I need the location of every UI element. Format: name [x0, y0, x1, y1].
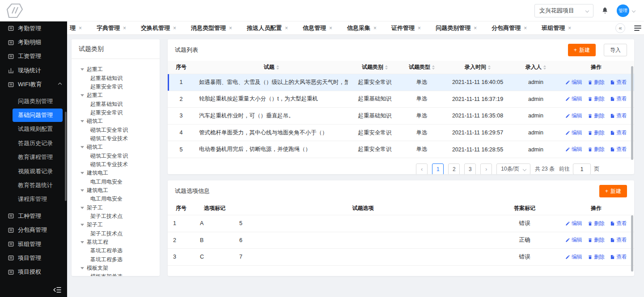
sidebar-item-project-mgmt[interactable]: 项目管理 [0, 251, 67, 265]
delete-link[interactable]: 删除 [588, 253, 605, 261]
table-scrollbar[interactable] [631, 66, 633, 160]
question-row[interactable]: 4 管式桅杆单面受力，其中心线与地面夹角不小于（） 起重安全常识 单选 2021… [168, 125, 634, 142]
page-button-3[interactable]: 3 [464, 163, 476, 174]
tab-close-icon[interactable]: × [524, 25, 527, 31]
sort-icon[interactable] [488, 65, 491, 70]
project-select[interactable]: 文兴花园项目 [534, 4, 593, 17]
sidebar-item-subcontractor-mgmt[interactable]: 分包商管理 [0, 223, 67, 237]
next-page-button[interactable]: › [480, 163, 492, 174]
view-link[interactable]: 查看 [610, 95, 627, 103]
tree-node[interactable]: 起重工 [72, 65, 160, 74]
sidebar-item-video-watch-record[interactable]: 视频观看记录 [0, 164, 67, 178]
sidebar-item-project-auth[interactable]: 项目授权 [0, 265, 67, 279]
tree-node[interactable]: 架子工 [72, 221, 160, 229]
sidebar-item-site-stats[interactable]: 现场统计 [0, 63, 67, 77]
delete-link[interactable]: 删除 [588, 220, 605, 227]
sidebar-item-salary-mgmt[interactable]: 工资管理 [0, 50, 67, 63]
option-row[interactable]: 2 B 6 正确 编辑 删除 查看 [168, 232, 634, 249]
question-row[interactable]: 5 电动卷扬机用完后，切断电源，并使跑绳（） 起重安全常识 单选 2021-11… [168, 141, 634, 158]
tab-close-icon[interactable]: × [568, 25, 571, 31]
view-link[interactable]: 查看 [610, 146, 627, 153]
tree-node[interactable]: 砌筑工专业技术 [72, 134, 160, 143]
tab-close-icon[interactable]: × [229, 25, 232, 31]
notification-bell-icon[interactable] [602, 7, 609, 14]
table-scrollbar[interactable] [631, 215, 633, 272]
tree-node[interactable]: 砌筑工 [72, 143, 160, 151]
tree-node[interactable]: 电工用电安全 [72, 195, 160, 203]
tree-node[interactable]: 起重安全常识 [72, 83, 160, 91]
sidebar-item-education-answer-stats[interactable]: 教育答题统计 [0, 178, 67, 192]
tab-menu-icon[interactable] [634, 25, 641, 31]
tree-node[interactable]: 砌筑工安全常识 [72, 151, 160, 160]
delete-link[interactable]: 删除 [588, 236, 605, 244]
new-question-button[interactable]: +新建 [568, 44, 596, 56]
tab[interactable]: 班组管理× [542, 24, 571, 32]
tree-node[interactable]: 基坑工程 [72, 238, 160, 247]
delete-link[interactable]: 删除 [588, 79, 605, 86]
tree-node[interactable]: 砌筑工安全常识 [72, 125, 160, 134]
tree-node[interactable]: 电工用电安全 [72, 177, 160, 186]
tab-close-icon[interactable]: × [123, 25, 126, 31]
edit-link[interactable]: 编辑 [565, 112, 582, 120]
view-link[interactable]: 查看 [610, 79, 627, 86]
page-size-select[interactable]: 10条/页 [496, 163, 530, 174]
sidebar-item-question-rule-config[interactable]: 试题规则配置 [0, 122, 67, 136]
sort-icon[interactable] [385, 65, 388, 70]
tab[interactable]: 问题类别管理× [436, 24, 477, 32]
collapse-sidebar-button[interactable] [53, 287, 61, 293]
sidebar-item-team-mgmt[interactable]: 班组管理 [0, 237, 67, 251]
view-link[interactable]: 查看 [610, 253, 627, 261]
tree-node[interactable]: 架子工 [72, 204, 160, 212]
delete-link[interactable]: 删除 [588, 146, 605, 153]
edit-link[interactable]: 编辑 [565, 79, 582, 86]
tree-node[interactable]: 建筑电工 [72, 186, 160, 195]
tree-node[interactable]: 模板支架 [72, 264, 160, 272]
option-row[interactable]: 1 A 5 错误 编辑 删除 查看 [168, 215, 634, 232]
edit-link[interactable]: 编辑 [565, 253, 582, 261]
tab[interactable]: 分包商管理× [491, 24, 527, 32]
sidebar-item-attendance-detail[interactable]: 考勤明细 [0, 35, 67, 49]
delete-link[interactable]: 删除 [588, 129, 605, 137]
delete-link[interactable]: 删除 [588, 112, 605, 120]
tree-node[interactable]: 架子工技术点 [72, 212, 160, 221]
collapse-tabs-button[interactable]: « [615, 23, 625, 33]
edit-link[interactable]: 编辑 [565, 146, 582, 153]
sort-icon[interactable] [276, 65, 279, 70]
sidebar-item-education-course-mgmt[interactable]: 教育课程管理 [0, 151, 67, 164]
import-button[interactable]: 导入 [604, 44, 627, 56]
tab[interactable]: 理× [70, 24, 82, 32]
edit-link[interactable]: 编辑 [565, 236, 582, 244]
view-link[interactable]: 查看 [610, 112, 627, 120]
tree-node[interactable]: 砌筑工 [72, 117, 160, 125]
sidebar-scrollbar[interactable] [65, 112, 67, 201]
edit-link[interactable]: 编辑 [565, 129, 582, 137]
option-row[interactable]: 3 C 7 错误 编辑 删除 查看 [168, 249, 634, 266]
tree-node[interactable]: 起重工 [72, 91, 160, 100]
prev-page-button[interactable]: ‹ [416, 163, 428, 174]
tree-node[interactable]: 起重基础知识 [72, 74, 160, 82]
tab[interactable]: 字典管理× [97, 24, 126, 32]
tree-node[interactable]: 起重基础知识 [72, 100, 160, 108]
tab[interactable]: 消息类型管理× [191, 24, 232, 32]
sidebar-item-basic-question-mgmt[interactable]: 基础问题管理 [13, 109, 63, 121]
delete-link[interactable]: 删除 [588, 95, 605, 103]
tree-node[interactable]: 模板支架单选 [72, 272, 160, 276]
tree-node[interactable]: 基坑工程多选 [72, 255, 160, 264]
view-link[interactable]: 查看 [610, 220, 627, 227]
tab-close-icon[interactable]: × [373, 25, 377, 31]
sidebar-item-question-category-mgmt[interactable]: 问题类别管理 [0, 94, 67, 108]
tab-close-icon[interactable]: × [79, 25, 82, 31]
sort-icon[interactable] [543, 65, 546, 70]
sidebar-item-wifi-education[interactable]: WIFI教育 [0, 78, 67, 92]
tab[interactable]: 信息管理× [303, 24, 332, 32]
tree-node[interactable]: 起重安全常识 [72, 109, 160, 117]
tree-node[interactable]: 建筑电工 [72, 169, 160, 177]
tab[interactable]: 推送人员配置× [247, 24, 288, 32]
tab[interactable]: 证件管理× [391, 24, 421, 32]
question-row[interactable]: 2 轮胎起重机按起重量大小分（）t，为大型起重机 起重基础知识 单选 2021-… [168, 91, 634, 108]
edit-link[interactable]: 编辑 [565, 220, 582, 227]
question-row[interactable]: 1 如遇暴雨、雷电、大雪及（）级以上的大风等恶劣天气时，禁止露天进行起重工作。 … [168, 74, 634, 91]
view-link[interactable]: 查看 [610, 129, 627, 137]
tab-close-icon[interactable]: × [173, 25, 176, 31]
question-row[interactable]: 3 汽车起重机作业时，可（）垂直起吊。 起重基础知识 单选 2021-11-11… [168, 108, 634, 125]
